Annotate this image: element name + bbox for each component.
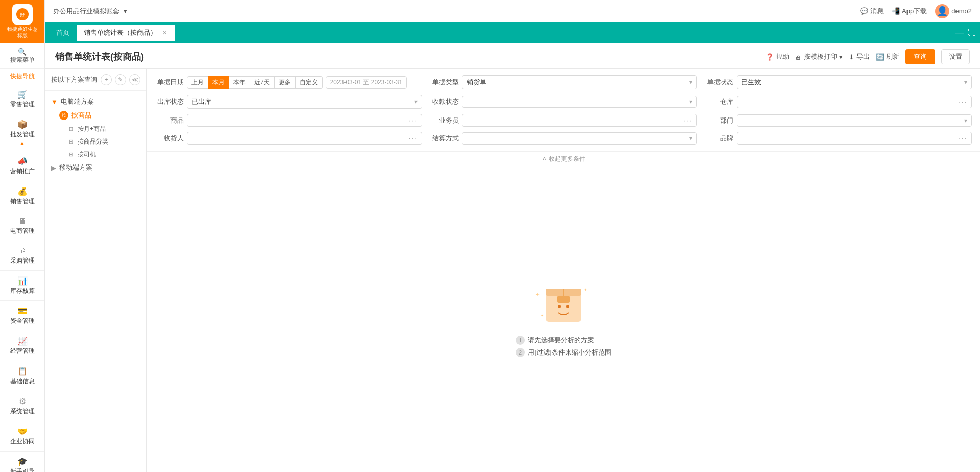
brand-control[interactable]: ··· (737, 132, 972, 145)
receive-status-label: 收款状态 (430, 97, 459, 106)
date-tab-more[interactable]: 更多 (275, 76, 296, 89)
sidebar-item-guide[interactable]: 🎓 新手引导 (0, 452, 44, 472)
receive-status-chevron: ▾ (689, 98, 692, 105)
sidebar-item-wholesale[interactable]: 📦 批发管理 ▲ (0, 114, 44, 151)
inventory-icon: 📊 (17, 276, 28, 286)
tab-close-icon[interactable]: ✕ (161, 29, 168, 36)
main-area: 办公用品行业模拟账套 ▾ 💬 消息 📲 App下载 👤 demo2 首页 (45, 0, 980, 472)
sidebar-item-system[interactable]: ⚙ 系统管理 (0, 391, 44, 421)
page-actions: ❓ 帮助 🖨 按模板打印 ▾ ⬇ 导出 🔄 刷新 查询 设置 (766, 49, 970, 64)
tree-group-pc[interactable]: ▼ 电脑端方案 (45, 95, 146, 108)
status-label: 单据状态 (705, 78, 733, 87)
sidebar-quicknav[interactable]: 快捷导航 (0, 69, 44, 84)
sidebar-item-operations[interactable]: 📈 经营管理 (0, 331, 44, 361)
date-tab-custom[interactable]: 自定义 (296, 76, 323, 89)
out-status-control[interactable]: 已出库 ▾ (187, 95, 422, 109)
goods-label: 商品 (155, 116, 184, 125)
sidebar-item-inventory[interactable]: 📊 库存核算 (0, 271, 44, 301)
settlement-control[interactable]: ▾ (462, 132, 697, 145)
export-icon: ⬇ (849, 53, 854, 61)
filter-row-1: 单据日期 上月 本月 本年 近7天 更多 自定义 20 (155, 75, 972, 89)
template-print-label: 按模板打印 (804, 52, 837, 61)
brand-dots: ··· (959, 134, 967, 142)
sidebar-item-purchase[interactable]: 🛍 采购管理 (0, 241, 44, 271)
sidebar-item-finance[interactable]: 💳 资金管理 (0, 301, 44, 331)
date-range-value[interactable]: 2023-03-01 至 2023-03-31 (326, 76, 407, 89)
sales-icon: 💰 (17, 186, 28, 196)
help-icon: ❓ (766, 53, 774, 61)
edit-scheme-btn[interactable]: ✎ (115, 74, 126, 85)
refresh-icon: 🔄 (876, 53, 884, 61)
type-value: 销货单 (467, 78, 486, 87)
date-tab-7days[interactable]: 近7天 (250, 76, 275, 89)
recipient-control[interactable]: ··· (187, 132, 422, 145)
collapse-panel-btn[interactable]: ≪ (129, 74, 140, 85)
maximize-icon[interactable]: ⛶ (968, 28, 976, 37)
tab-home[interactable]: 首页 (49, 25, 77, 41)
status-control[interactable]: 已生效 ▾ (737, 75, 972, 89)
workspace-selector[interactable]: 办公用品行业模拟账套 ▾ (53, 7, 127, 16)
sidebar-item-marketing[interactable]: 📣 营销推广 (0, 151, 44, 181)
dept-control[interactable]: ▾ (737, 114, 972, 127)
collapse-icon: ≪ (132, 76, 138, 83)
collapse-label: 收起更多条件 (549, 155, 585, 163)
tab-report[interactable]: 销售单统计表（按商品） ✕ (77, 25, 175, 41)
salesman-control[interactable]: ··· (462, 114, 697, 127)
out-status-value: 已出库 (191, 97, 211, 106)
tree-item-by-driver-label: 按司机 (78, 150, 96, 159)
tree-item-by-goods[interactable]: 按 按商品 (45, 108, 146, 123)
warehouse-control[interactable]: ··· (737, 96, 972, 108)
tree-item-by-month-goods[interactable]: ⊞ 按月+商品 (45, 123, 146, 135)
warehouse-dots: ··· (959, 98, 967, 106)
type-control[interactable]: 销货单 ▾ (462, 75, 697, 89)
date-tab-this-month[interactable]: 本月 (208, 76, 229, 89)
by-category-icon: ⊞ (67, 138, 75, 146)
sidebar-item-basic[interactable]: 📋 基础信息 (0, 361, 44, 391)
window-controls: — ⛶ (955, 28, 976, 37)
sidebar-item-sales[interactable]: 💰 销售管理 (0, 181, 44, 211)
tree-group-mobile[interactable]: ▶ 移动端方案 (45, 161, 146, 174)
avatar: 👤 (935, 4, 949, 18)
app-download-btn[interactable]: 📲 App下载 (892, 7, 927, 16)
left-panel: 按以下方案查询 + ✎ ≪ (45, 69, 147, 472)
receive-status-control[interactable]: ▾ (462, 96, 697, 108)
warehouse-label: 仓库 (705, 97, 733, 106)
minimize-icon[interactable]: — (955, 28, 964, 37)
sidebar-search[interactable]: 🔍 搜索菜单 (0, 43, 44, 69)
help-btn[interactable]: ❓ 帮助 (766, 52, 789, 61)
user-menu[interactable]: 👤 demo2 (935, 4, 972, 18)
settings-btn[interactable]: 设置 (941, 49, 970, 64)
filter-out-status: 出库状态 已出库 ▾ (155, 95, 422, 109)
tree-item-by-driver[interactable]: ⊞ 按司机 (45, 148, 146, 161)
main-body: 按以下方案查询 + ✎ ≪ (45, 69, 980, 472)
message-btn[interactable]: 💬 消息 (860, 7, 884, 16)
collapse-bar[interactable]: ∧ 收起更多条件 (147, 151, 980, 167)
add-scheme-btn[interactable]: + (101, 74, 112, 85)
sidebar-item-enterprise[interactable]: 🤝 企业协同 (0, 421, 44, 452)
brand-label: 品牌 (705, 134, 733, 143)
sidebar-item-ecommerce[interactable]: 🖥 电商管理 (0, 211, 44, 241)
export-label: 导出 (856, 52, 870, 61)
step2-text: 用[过滤]条件来缩小分析范围 (528, 348, 611, 357)
refresh-btn[interactable]: 🔄 刷新 (876, 52, 899, 61)
app-download-icon: 📲 (892, 7, 900, 15)
message-label: 消息 (870, 7, 884, 16)
date-tab-last-month[interactable]: 上月 (187, 76, 208, 89)
sidebar-item-retail[interactable]: 🛒 零售管理 (0, 84, 44, 114)
date-tab-this-year[interactable]: 本年 (229, 76, 250, 89)
app-logo: 好 畅捷通好生意 标版 (0, 0, 44, 43)
tab-report-label: 销售单统计表（按商品） (84, 28, 157, 37)
guide-icon: 🎓 (17, 457, 28, 466)
username: demo2 (951, 7, 972, 15)
recipient-dots: ··· (409, 134, 418, 142)
empty-state: ✦ ✦ ✦ 1 请先选择要分析的方案 2 用[过滤]条件来缩小分析范围 (147, 167, 980, 472)
workspace-name: 办公用品行业模拟账套 (53, 7, 119, 16)
tree-item-by-category[interactable]: ⊞ 按商品分类 (45, 135, 146, 148)
template-print-btn[interactable]: 🖨 按模板打印 ▾ (795, 52, 843, 61)
export-btn[interactable]: ⬇ 导出 (849, 52, 870, 61)
finance-icon: 💳 (17, 306, 28, 316)
svg-text:好: 好 (20, 12, 25, 17)
goods-control[interactable]: ··· (187, 114, 422, 127)
tree-group-mobile-label: 移动端方案 (59, 163, 92, 172)
query-btn[interactable]: 查询 (905, 49, 935, 64)
